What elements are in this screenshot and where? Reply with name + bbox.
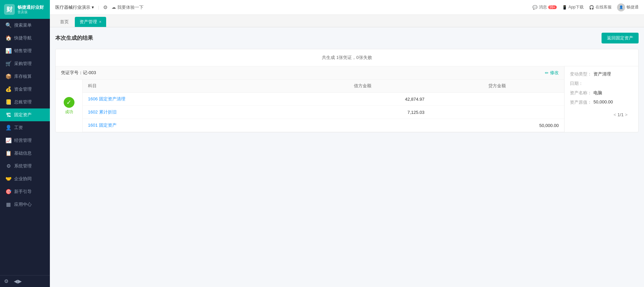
sidebar-item-inventory[interactable]: 📦 库存核算: [0, 70, 50, 83]
online-service-button[interactable]: 🎧 在线客服: [589, 4, 612, 10]
table-row: 1601 固定资产 50,000.00: [83, 119, 564, 132]
user-name: 畅捷通: [626, 4, 639, 10]
credit-cell: 50,000.00: [430, 119, 564, 132]
app-version: 普及版: [18, 10, 44, 14]
voucher-section: 凭证字号：记-003 ✏ 修改 ✓ 成功: [56, 66, 638, 132]
return-button[interactable]: 返回固定资产: [602, 33, 639, 43]
sidebar-item-fixed-assets[interactable]: 🏗 固定资产: [0, 108, 50, 121]
result-card: 共生成 1张凭证，0张失败 凭证字号：记-003 ✏ 修改 ✓: [55, 49, 639, 132]
sidebar-item-label: 快捷导航: [14, 35, 32, 41]
ledger-icon: 📒: [5, 99, 11, 105]
sidebar-item-label: 企业协同: [14, 176, 32, 182]
debit-cell: [296, 119, 430, 132]
tab-label: 资产管理: [80, 19, 97, 25]
headset-icon: 🎧: [589, 5, 594, 10]
voucher-header: 凭证字号：记-003 ✏ 修改: [56, 66, 564, 79]
sidebar-search-label: 搜索菜单: [14, 22, 32, 28]
sidebar-item-finance[interactable]: 💰 资金管理: [0, 83, 50, 96]
asset-value-value: 50,000.00: [593, 99, 613, 105]
app-name: 畅捷通好业财: [18, 5, 44, 10]
edit-button[interactable]: ✏ 修改: [545, 70, 559, 76]
sidebar-item-purchase[interactable]: 🛒 采购管理: [0, 57, 50, 70]
sidebar-item-management[interactable]: 📈 经营管理: [0, 134, 50, 147]
sales-icon: 📊: [5, 48, 11, 54]
credit-cell: [430, 93, 564, 106]
sidebar-item-enterprise[interactable]: 🤝 企业协同: [0, 172, 50, 185]
messages-button[interactable]: 💬 消息 99+: [532, 4, 557, 10]
home-icon: 🏠: [5, 35, 11, 41]
page-info: 1/1: [617, 112, 623, 117]
debit-cell: 7,125.03: [296, 106, 430, 119]
sidebar-item-system[interactable]: ⚙ 系统管理: [0, 160, 50, 172]
info-panel: 变动类型： 资产清理 日期： 资产名称： 电脑 资产原值：: [564, 66, 638, 132]
col-subject: 科目: [83, 79, 296, 93]
avatar: 👤: [617, 3, 625, 11]
subject-cell: 1601 固定资产: [83, 119, 296, 132]
sidebar-item-label: 库存核算: [14, 73, 32, 79]
date-label: 日期：: [570, 81, 593, 87]
basic-info-icon: 📋: [5, 150, 11, 156]
header-separator: |: [98, 5, 99, 10]
sidebar-item-quick-nav[interactable]: 🏠 快捷导航: [0, 32, 50, 44]
credit-cell: [430, 106, 564, 119]
experience-button[interactable]: ☁ 我要体验一下: [112, 4, 144, 10]
sidebar-item-label: 工资: [14, 125, 23, 131]
finance-icon: 💰: [5, 86, 11, 92]
voucher-main: 凭证字号：记-003 ✏ 修改 ✓ 成功: [56, 66, 564, 132]
inventory-icon: 📦: [5, 73, 11, 79]
pagination: < 1/1 >: [570, 109, 633, 121]
sidebar-item-ledger[interactable]: 📒 总账管理: [0, 96, 50, 108]
company-name: 医疗器械行业演示: [55, 4, 90, 10]
sidebar-item-label: 固定资产: [14, 112, 32, 118]
sidebar-item-sales[interactable]: 📊 销售管理: [0, 44, 50, 57]
sidebar-item-label: 系统管理: [14, 163, 32, 169]
subject-cell: 1606 固定资产清理: [83, 93, 296, 106]
user-profile[interactable]: 👤 畅捷通: [617, 3, 639, 11]
tab-home[interactable]: 首页: [55, 17, 73, 27]
search-icon: 🔍: [5, 22, 11, 28]
enterprise-icon: 🤝: [5, 176, 11, 182]
change-type-label: 变动类型：: [570, 71, 593, 77]
online-service-label: 在线客服: [595, 4, 612, 10]
company-selector[interactable]: 医疗器械行业演示 ▾: [55, 4, 94, 10]
sidebar-item-guide[interactable]: 🎯 新手引导: [0, 185, 50, 198]
experience-label: 我要体验一下: [117, 4, 144, 10]
tab-close-icon[interactable]: ×: [99, 20, 101, 24]
content-inner: 本次生成的结果 返回固定资产 共生成 1张凭证，0张失败 凭证字号：记-003 …: [50, 27, 644, 138]
edit-label: 修改: [550, 70, 559, 76]
sidebar-item-search[interactable]: 🔍 搜索菜单: [0, 19, 50, 32]
status-column: ✓ 成功: [56, 79, 83, 132]
edit-icon: ✏: [545, 70, 549, 75]
debit-cell: 42,874.97: [296, 93, 430, 106]
main-area: 医疗器械行业演示 ▾ | ⚙ ☁ 我要体验一下 💬 消息 99+ 📱 App下载…: [50, 0, 644, 287]
messages-badge: 99+: [548, 5, 557, 9]
sidebar-item-basic-info[interactable]: 📋 基础信息: [0, 147, 50, 160]
sidebar-item-app-center[interactable]: ▦ 应用中心: [0, 198, 50, 211]
page-title: 本次生成的结果: [55, 35, 93, 42]
header-right: 💬 消息 99+ 📱 App下载 🎧 在线客服 👤 畅捷通: [532, 3, 639, 11]
tab-asset-management[interactable]: 资产管理 ×: [75, 17, 106, 27]
info-date: 日期：: [570, 81, 633, 87]
collapse-icon[interactable]: ◀▶: [14, 278, 22, 284]
sidebar-item-label: 总账管理: [14, 99, 32, 105]
settings-icon[interactable]: ⚙: [4, 278, 8, 284]
management-icon: 📈: [5, 137, 11, 144]
success-icon: ✓: [64, 97, 74, 108]
result-summary: 共生成 1张凭证，0张失败: [56, 49, 638, 66]
sidebar-logo: 财 畅捷通好业财 普及版: [0, 0, 50, 19]
payroll-icon: 👤: [5, 125, 11, 131]
app-download-button[interactable]: 📱 App下载: [562, 4, 584, 10]
app-center-icon: ▦: [5, 201, 11, 208]
change-type-value: 资产清理: [593, 71, 611, 77]
info-asset-name: 资产名称： 电脑: [570, 90, 633, 96]
sidebar-item-label: 应用中心: [14, 201, 32, 208]
info-change-type: 变动类型： 资产清理: [570, 71, 633, 77]
info-asset-value: 资产原值： 50,000.00: [570, 99, 633, 105]
voucher-number: 凭证字号：记-003: [61, 70, 96, 76]
col-debit: 借方金额: [296, 79, 430, 93]
sidebar-item-payroll[interactable]: 👤 工资: [0, 121, 50, 134]
sidebar: 财 畅捷通好业财 普及版 🔍 搜索菜单 🏠 快捷导航 📊 销售管理 🛒 采购管理…: [0, 0, 50, 287]
prev-page[interactable]: <: [614, 112, 616, 117]
next-page[interactable]: >: [625, 112, 627, 117]
gear-icon[interactable]: ⚙: [103, 4, 108, 10]
